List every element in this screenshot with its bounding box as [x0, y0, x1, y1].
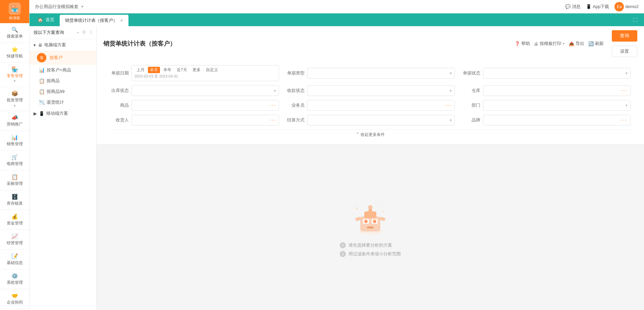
sidebar-item-enterprise[interactable]: 🤝 企业协同 [0, 289, 29, 309]
consignee-dots-icon: ··· [270, 117, 276, 123]
empty-illustration: ✦ ✦ ✦ [350, 198, 390, 238]
app-download-button[interactable]: 📱 App下载 [586, 4, 609, 10]
tab-close-icon[interactable]: ✕ [120, 18, 123, 23]
product-label: 商品 [110, 102, 129, 108]
sidebar-item-marketing[interactable]: 📣 营销推广 [0, 111, 29, 131]
date-tab-more[interactable]: 更多 [191, 67, 203, 73]
wholesale-icon: 📦 [11, 90, 18, 97]
filter-date: 单据日期 上月 本月 本年 近7天 更多 自定义 20 [110, 65, 279, 81]
scheme-settings-icon[interactable]: ⊙ [82, 30, 86, 36]
sidebar-item-sales[interactable]: 📊 销售管理 [0, 131, 29, 151]
staff-label: 业务员 [286, 102, 305, 108]
sidebar-item-wholesale[interactable]: 📦 批发管理 ▴ [0, 87, 29, 111]
export-icon: 📤 [569, 41, 574, 46]
product-select[interactable]: ··· [131, 100, 279, 111]
brand-dots-icon: ··· [621, 117, 628, 123]
sidebar-item-operation[interactable]: 📈 经营管理 [0, 230, 29, 250]
scheme-header-title: 按以下方案查询 [34, 30, 64, 36]
refresh-button[interactable]: 🔄 刷新 [588, 41, 604, 47]
sidebar-basic-label: 基础信息 [7, 260, 23, 266]
empty-hints: 1 请先选择要分析的方案 2 用过滤条件来缩小分析范围 [340, 242, 401, 257]
scheme-item-by-customer-product[interactable]: 📊 按客户+商品 [30, 65, 96, 75]
desktop-icon: 🖥 [38, 43, 42, 48]
scheme-collapse-icon[interactable]: 《 [88, 30, 92, 36]
svg-text:✦: ✦ [355, 206, 359, 211]
scheme-group-mobile-title[interactable]: ▶ 📱 移动端方案 [30, 108, 96, 119]
product-dots-icon: ··· [270, 102, 276, 108]
user-area[interactable]: Ea demo2 [614, 2, 639, 11]
help-button[interactable]: ❓ 帮助 [515, 41, 530, 47]
sidebar-shortcut[interactable]: ⭐ 快捷导航 [0, 43, 29, 63]
receipt-status-select[interactable]: ▾ [307, 85, 455, 96]
retail-icon: 🏪 [11, 66, 18, 72]
filter-doc-status: 单据状态 ▾ [462, 65, 631, 81]
scheme-item-return-stat-label: 退货统计 [47, 99, 64, 105]
search-button[interactable]: 查询 [612, 30, 637, 42]
collapse-button[interactable]: ⌃ 收起更多条件 [110, 130, 631, 140]
message-button[interactable]: 💬 消息 [565, 4, 581, 10]
marketing-icon: 📣 [11, 114, 18, 121]
settlement-label: 结算方式 [286, 117, 305, 123]
doc-status-label: 单据状态 [462, 70, 480, 76]
consignee-select[interactable]: ··· [131, 115, 279, 125]
star-icon: ⭐ [11, 46, 18, 53]
filter-row-3: 商品 ··· 业务员 ··· [110, 100, 631, 111]
doc-type-select[interactable]: ▾ [307, 68, 455, 79]
sidebar-item-retail[interactable]: 🏪 零售管理 ▾ [0, 63, 29, 87]
scheme-item-return-stat[interactable]: 📉 退货统计 [30, 97, 96, 108]
chevron-up-icon: ▴ [14, 103, 16, 107]
out-status-select[interactable]: ▾ [131, 85, 279, 96]
brand-select[interactable]: ··· [483, 115, 631, 125]
tab-sales-stat[interactable]: 销货单统计计表（按客户） ✕ [60, 15, 128, 26]
settlement-select[interactable]: ▾ [307, 115, 455, 125]
scheme-header-icons: ＋ ⊙ 《 [76, 30, 92, 36]
date-tab-this-month[interactable]: 本月 [148, 67, 160, 73]
scheme-add-icon[interactable]: ＋ [76, 30, 80, 36]
hint-num-2: 2 [340, 251, 346, 257]
filter-settlement: 结算方式 ▾ [286, 115, 455, 125]
sidebar-ecommerce-label: 电商管理 [7, 161, 23, 167]
staff-select[interactable]: ··· [307, 100, 455, 111]
dept-label: 部门 [462, 102, 480, 108]
doc-status-select[interactable]: ▾ [483, 68, 631, 79]
warehouse-select[interactable]: ··· [483, 85, 631, 96]
date-tab-7days[interactable]: 近7天 [175, 67, 189, 73]
download-icon: 📱 [586, 4, 591, 9]
tabbar: 🏠 首页 销货单统计计表（按客户） ✕ ⛶ [30, 13, 644, 26]
doc-type-arrow-icon: ▾ [450, 71, 452, 75]
scheme-group-desktop-title[interactable]: ▾ 🖥 电脑端方案 [30, 39, 96, 51]
maximize-button[interactable]: ⛶ [629, 13, 641, 26]
sidebar-item-finance[interactable]: 💰 资金管理 [0, 210, 29, 230]
settings-button[interactable]: 设置 [612, 46, 637, 57]
doc-type-label: 单据类型 [286, 70, 305, 76]
product-dropdown-icon[interactable]: ▾ [81, 4, 84, 9]
main-area: 办公用品行业模拟账套 ▾ 💬 消息 📱 App下载 Ea demo2 🏠 首页 … [30, 0, 644, 310]
export-button[interactable]: 📤 导出 [569, 41, 584, 47]
dept-select[interactable]: ▾ [483, 100, 631, 111]
sidebar-operation-label: 经营管理 [7, 240, 23, 246]
date-tab-last-month[interactable]: 上月 [135, 67, 147, 73]
template-print-button[interactable]: 🖨 按模板打印 ▾ [534, 41, 565, 47]
svg-text:✦: ✦ [382, 210, 385, 214]
scheme-item-by-product99[interactable]: 📋 按商品99 [30, 86, 96, 97]
date-tab-this-year[interactable]: 本年 [161, 67, 173, 73]
date-filter-control[interactable]: 上月 本月 本年 近7天 更多 自定义 2023-03-01 至 2023-03… [131, 65, 279, 81]
sidebar-purchase-label: 采购管理 [7, 181, 23, 187]
print-dropdown-icon: ▾ [563, 42, 565, 46]
dept-arrow-icon: ▾ [626, 103, 628, 108]
page-header-top: 销货单统计计表（按客户） ❓ 帮助 🖨 按模板打印 ▾ 📤 [103, 30, 637, 60]
sidebar-item-basic[interactable]: 📝 基础信息 [0, 250, 29, 269]
sidebar-item-ecommerce[interactable]: 🛒 电商管理 [0, 151, 29, 170]
tab-home[interactable]: 🏠 首页 [32, 13, 60, 26]
sidebar-item-system[interactable]: ⚙️ 系统管理 [0, 269, 29, 289]
sidebar-search[interactable]: 🔍 搜索菜单 [0, 23, 29, 43]
sidebar-item-inventory[interactable]: 🗄️ 库存核算 [0, 190, 29, 210]
date-tab-custom[interactable]: 自定义 [204, 67, 220, 73]
date-label: 单据日期 [110, 70, 129, 76]
scheme-item-by-customer[interactable]: 客 按客户 [30, 51, 96, 65]
sidebar-item-purchase[interactable]: 📋 采购管理 [0, 170, 29, 190]
warehouse-label: 仓库 [462, 88, 480, 94]
scheme-item-by-product[interactable]: 📋 按商品 [30, 75, 96, 86]
logo-icon: 🏪 [9, 3, 21, 15]
scheme-item-by-customer-label: 按客户 [50, 55, 63, 61]
